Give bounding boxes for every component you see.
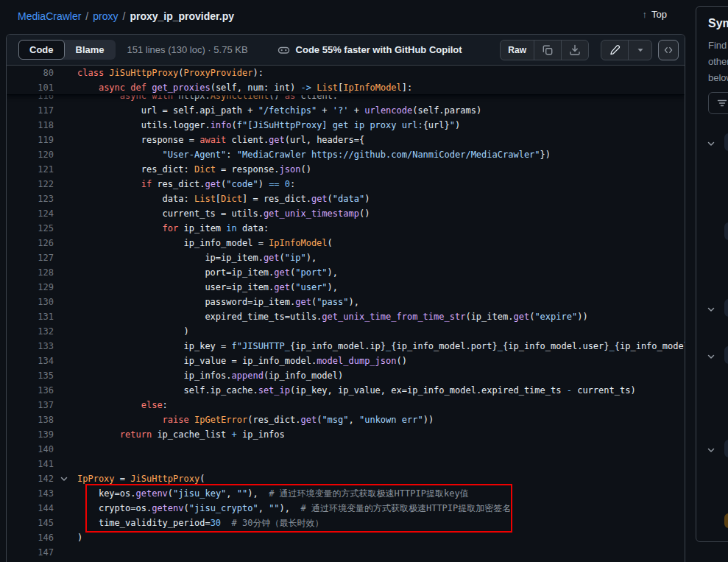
- line-number[interactable]: 139: [7, 427, 54, 442]
- edit-button[interactable]: [601, 41, 628, 60]
- line-number[interactable]: 138: [7, 412, 54, 427]
- gutter: [54, 280, 77, 295]
- line-number[interactable]: 123: [7, 192, 54, 206]
- back-to-top-link[interactable]: ↑ Top: [643, 9, 667, 20]
- file-actions: Raw: [500, 40, 679, 60]
- symbols-filter-input[interactable]: [708, 92, 728, 114]
- symbol-tree-item[interactable]: [724, 222, 728, 240]
- line-number[interactable]: 134: [7, 354, 54, 368]
- code-line: 132 ): [7, 324, 685, 339]
- edit-dropdown-button[interactable]: [628, 41, 651, 60]
- line-number[interactable]: 142: [7, 471, 54, 486]
- gutter: [54, 250, 77, 265]
- line-number[interactable]: 120: [7, 147, 54, 162]
- symbol-tree-item[interactable]: [724, 440, 728, 457]
- raw-actions-group: Raw: [500, 40, 589, 60]
- symbol-tree-item[interactable]: [724, 133, 728, 151]
- code-content: async def get_proxies(self, num: int) ->…: [77, 80, 412, 95]
- copilot-banner[interactable]: Code 55% faster with GitHub Copilot: [278, 44, 462, 56]
- line-number[interactable]: 147: [7, 545, 54, 560]
- gutter: [54, 545, 77, 560]
- raw-button[interactable]: Raw: [501, 41, 534, 60]
- gutter: [54, 427, 77, 442]
- line-number[interactable]: 80: [7, 66, 54, 80]
- line-number[interactable]: 118: [7, 118, 54, 133]
- breadcrumb: MediaCrawler / proxy / proxy_ip_provider…: [18, 10, 234, 22]
- breadcrumb-folder-link[interactable]: proxy: [93, 10, 118, 22]
- chevron-down-icon[interactable]: [707, 138, 715, 151]
- chevron-down-icon[interactable]: [707, 303, 715, 317]
- line-number[interactable]: 101: [7, 80, 54, 95]
- chevron-down-icon[interactable]: [707, 351, 715, 364]
- download-icon: [569, 44, 581, 56]
- line-number[interactable]: 133: [7, 339, 54, 354]
- line-number[interactable]: 130: [7, 295, 54, 309]
- copy-button[interactable]: [534, 41, 561, 60]
- symbol-tree-item-highlighted[interactable]: [724, 513, 728, 528]
- symbols-pane-toggle-button[interactable]: [658, 40, 679, 60]
- chevron-down-icon[interactable]: [707, 444, 715, 457]
- line-number[interactable]: 146: [7, 530, 54, 545]
- download-button[interactable]: [561, 41, 588, 60]
- gutter: [54, 221, 77, 236]
- copy-icon: [542, 44, 554, 56]
- line-number[interactable]: 126: [7, 236, 54, 250]
- code-line: 136 self.ip_cache.set_ip(ip_key, ip_valu…: [7, 383, 685, 398]
- tab-code[interactable]: Code: [18, 40, 65, 60]
- line-number[interactable]: 135: [7, 368, 54, 383]
- line-number[interactable]: 141: [7, 457, 54, 471]
- gutter: [54, 162, 77, 177]
- line-number[interactable]: 124: [7, 206, 54, 221]
- code-content: class JiSuHttpProxy(ProxyProvider):: [77, 66, 264, 80]
- triangle-down-icon: [637, 46, 644, 54]
- line-number[interactable]: 129: [7, 280, 54, 295]
- code-line: 131 expired_time_ts=utils.get_unix_time_…: [7, 309, 685, 324]
- line-number[interactable]: 117: [7, 103, 54, 118]
- code-line: 128 port=ip_item.get("port"),: [7, 265, 685, 280]
- code-content: ip_infos.append(ip_info_model): [77, 368, 343, 383]
- code-content: IpProxy = JiSuHttpProxy(: [77, 471, 205, 486]
- code-content: ip_key = f"JISUHTTP_{ip_info_model.ip}_{…: [77, 339, 685, 354]
- gutter: [54, 412, 77, 427]
- symbols-panel: Symbols Find definitions and references …: [696, 6, 728, 542]
- gutter: [54, 133, 77, 147]
- line-number[interactable]: 131: [7, 309, 54, 324]
- line-number[interactable]: 121: [7, 162, 54, 177]
- line-number[interactable]: 145: [7, 516, 54, 530]
- back-to-top-label: Top: [651, 9, 667, 20]
- code-line: 118 utils.logger.info(f"[JiSuHttpProxy] …: [7, 118, 685, 133]
- symbol-tree-item[interactable]: [724, 299, 728, 317]
- line-number[interactable]: 136: [7, 383, 54, 398]
- line-number[interactable]: 143: [7, 486, 54, 501]
- line-number[interactable]: 119: [7, 133, 54, 147]
- symbols-panel-title: Symbols: [708, 17, 728, 30]
- collapse-chevron-icon[interactable]: [54, 471, 77, 486]
- file-header: Code Blame 151 lines (130 loc) · 5.75 KB…: [7, 35, 685, 66]
- gutter: [54, 80, 77, 95]
- code-content: current_ts = utils.get_unix_timestamp(): [77, 206, 370, 221]
- code-line: 133 ip_key = f"JISUHTTP_{ip_info_model.i…: [7, 339, 685, 354]
- code-line: 140: [7, 442, 685, 457]
- line-number[interactable]: 140: [7, 442, 54, 457]
- symbol-tree-item[interactable]: [724, 346, 728, 364]
- gutter: [54, 368, 77, 383]
- gutter: [54, 118, 77, 133]
- line-number[interactable]: 137: [7, 398, 54, 412]
- code-content: url = self.api_path + "/fetchips" + '?' …: [77, 103, 481, 118]
- breadcrumb-repo-link[interactable]: MediaCrawler: [18, 10, 81, 22]
- line-number[interactable]: 122: [7, 177, 54, 192]
- code-line: 119 response = await client.get(url, hea…: [7, 133, 685, 147]
- line-number[interactable]: 132: [7, 324, 54, 339]
- line-number[interactable]: 125: [7, 221, 54, 236]
- code-line: 134 ip_value = ip_info_model.model_dump_…: [7, 354, 685, 368]
- tab-blame[interactable]: Blame: [65, 40, 116, 60]
- line-number[interactable]: 128: [7, 265, 54, 280]
- line-number[interactable]: 144: [7, 501, 54, 516]
- gutter: [54, 516, 77, 530]
- code-line: 144 crypto=os.getenv("jisu_crypto", ""),…: [7, 501, 685, 516]
- code-line: 80class JiSuHttpProxy(ProxyProvider):: [7, 66, 685, 80]
- gutter: [54, 177, 77, 192]
- line-number[interactable]: 127: [7, 250, 54, 265]
- gutter: [54, 530, 77, 545]
- code-content: ): [77, 530, 82, 545]
